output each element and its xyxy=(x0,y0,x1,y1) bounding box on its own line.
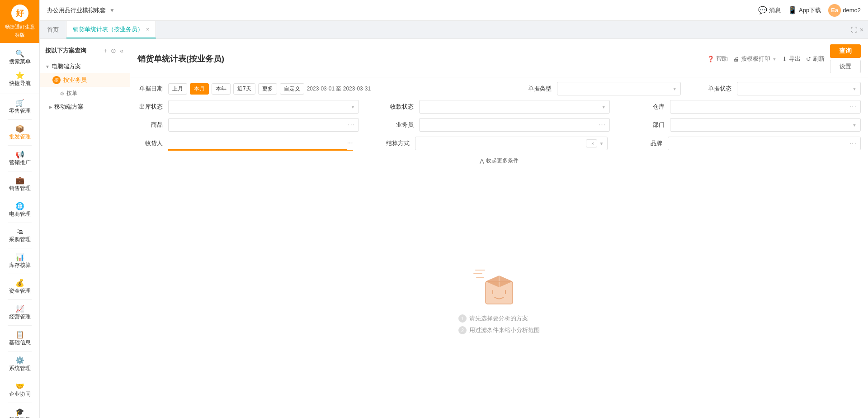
sidebar-search-section: 🔍 搜索菜单 ⭐ 快捷导航 xyxy=(0,43,39,94)
tree-grandchild-by-order[interactable]: ⚙ 按单 xyxy=(40,87,130,100)
filter-area: 单据日期 上月 本月 本年 近7天 更多 自定义 2023-03-01 至 20… xyxy=(130,77,868,173)
doc-status-label: 单据状态 xyxy=(706,85,731,93)
help-icon: ❓ xyxy=(707,56,714,62)
tab-home[interactable]: 首页 xyxy=(40,21,66,38)
date-range-text: 2023-03-01 至 2023-03-31 xyxy=(307,85,371,93)
date-btn-custom[interactable]: 自定义 xyxy=(280,83,304,95)
topbar-user[interactable]: Ea demo2 xyxy=(828,4,861,17)
filter-row-4: 收货人 ··· 结算方式 × ▼ xyxy=(137,136,861,151)
receiver-label: 收货人 xyxy=(137,139,163,147)
edit-scheme-icon[interactable]: ⊙ xyxy=(110,46,117,55)
sidebar-item-purchase[interactable]: 🛍 采购管理 xyxy=(0,224,39,247)
sidebar-search-menu[interactable]: 🔍 搜索菜单 xyxy=(3,47,37,68)
doc-type-label: 单据类型 xyxy=(526,85,552,93)
sidebar-item-sales[interactable]: 💼 销售管理 xyxy=(0,172,39,196)
topbar-title: 办公用品行业模拟账套 xyxy=(47,6,106,14)
sidebar-item-retail[interactable]: 🛒 零售管理 xyxy=(0,95,39,119)
doc-status-arrow-icon: ▼ xyxy=(852,86,857,91)
refresh-btn[interactable]: ↺ 刷新 xyxy=(806,55,825,63)
sidebar-item-base-info[interactable]: 📋 基础信息 xyxy=(0,327,39,350)
date-btn-last-month[interactable]: 上月 xyxy=(168,83,187,95)
tab-active[interactable]: 销货单统计表（按业务员） × xyxy=(66,21,156,38)
warehouse-select[interactable]: ··· xyxy=(670,100,861,114)
empty-tips: 1 请先选择要分析的方案 2 用过滤条件来缩小分析范围 xyxy=(458,314,540,334)
tab-maximize-icon[interactable]: ⛶ xyxy=(851,26,857,33)
left-panel-icons: + ⊙ « xyxy=(103,46,124,55)
empty-tip-2: 2 用过滤条件来缩小分析范围 xyxy=(458,326,540,334)
settle-arrow-icon: ▼ xyxy=(599,141,604,146)
doc-type-select[interactable]: ▼ xyxy=(557,82,681,95)
logo-sub: 标版 xyxy=(15,32,25,38)
date-btn-more[interactable]: 更多 xyxy=(258,83,277,95)
tab-close-window-icon[interactable]: × xyxy=(860,26,863,33)
sidebar: 好 畅捷通好生意 标版 🔍 搜索菜单 ⭐ 快捷导航 🛒 零售管理 📦 批发管理 … xyxy=(0,0,40,418)
sidebar-logo[interactable]: 好 畅捷通好生意 标版 xyxy=(0,0,39,43)
tree-section: ▼ 电脑端方案 按 按业务员 ⚙ 按单 ▶ 移动端方案 xyxy=(40,58,130,115)
tab-close-btn[interactable]: × xyxy=(146,26,149,33)
sidebar-item-ecommerce[interactable]: 🌐 电商管理 xyxy=(0,198,39,222)
brand-dots-icon: ··· xyxy=(849,139,857,147)
collapse-bar[interactable]: ⋀ 收起更多条件 xyxy=(137,155,861,168)
help-btn[interactable]: ❓ 帮助 xyxy=(707,55,728,63)
main-area: 办公用品行业模拟账套 ▼ 💬 消息 📱 App下载 Ea demo2 首页 xyxy=(40,0,868,418)
query-button[interactable]: 查询 xyxy=(830,44,861,58)
tip-num-2: 2 xyxy=(458,326,467,334)
topbar-app-download[interactable]: 📱 App下载 xyxy=(788,6,821,14)
salesperson-select[interactable]: ··· xyxy=(419,118,610,132)
add-scheme-icon[interactable]: + xyxy=(103,46,108,55)
tree-mobile-section[interactable]: ▶ 移动端方案 xyxy=(40,100,130,114)
print-icon: 🖨 xyxy=(733,56,739,62)
sidebar-item-inventory[interactable]: 📊 库存核算 xyxy=(0,249,39,273)
sidebar-nav-items: 🛒 零售管理 📦 批发管理 📢 营销推广 💼 销售管理 🌐 电商管理 🛍 采购管… xyxy=(0,94,39,418)
sidebar-item-operation[interactable]: 📈 经营管理 xyxy=(0,301,39,324)
download-icon: 📱 xyxy=(788,6,797,14)
brand-label: 品牌 xyxy=(637,139,662,147)
out-status-arrow-icon: ▼ xyxy=(350,104,355,109)
filter-row-2: 出库状态 ▼ 收款状态 ▼ 仓库 ··· xyxy=(137,100,861,114)
setting-button[interactable]: 设置 xyxy=(830,60,861,73)
sidebar-item-marketing[interactable]: 📢 营销推广 xyxy=(0,147,39,170)
product-select[interactable]: ··· xyxy=(168,118,359,132)
sidebar-item-wholesale[interactable]: 📦 批发管理 xyxy=(0,121,39,144)
date-btn-this-year[interactable]: 本年 xyxy=(212,83,231,95)
topbar: 办公用品行业模拟账套 ▼ 💬 消息 📱 App下载 Ea demo2 xyxy=(40,0,868,21)
date-btn-last7[interactable]: 近7天 xyxy=(233,83,255,95)
collapse-panel-icon[interactable]: « xyxy=(119,46,124,55)
logo-text: 畅捷通好生意 xyxy=(5,24,35,30)
product-label: 商品 xyxy=(137,121,163,129)
sidebar-quick-nav[interactable]: ⭐ 快捷导航 xyxy=(3,68,37,90)
tree-child-by-salesperson[interactable]: 按 按业务员 xyxy=(40,73,130,87)
topbar-dropdown-icon[interactable]: ▼ xyxy=(109,7,115,14)
refresh-icon: ↺ xyxy=(806,56,811,62)
left-panel: 按以下方案查询 + ⊙ « ▼ 电脑端方案 按 按业务员 ⚙ 按 xyxy=(40,39,130,418)
page-header: 销货单统计表(按业务员) ❓ 帮助 🖨 按模板打印 ▼ ⬇ 导出 xyxy=(130,39,868,77)
topbar-left: 办公用品行业模拟账套 ▼ xyxy=(47,6,115,14)
doc-status-select[interactable]: ▼ xyxy=(737,82,861,95)
settle-tag-close[interactable]: × xyxy=(591,141,594,146)
content-area: 按以下方案查询 + ⊙ « ▼ 电脑端方案 按 按业务员 ⚙ 按 xyxy=(40,39,868,418)
export-btn[interactable]: ⬇ 导出 xyxy=(782,55,801,63)
sidebar-item-enterprise[interactable]: 🤝 企业协同 xyxy=(0,378,39,402)
child-icon: 按 xyxy=(52,76,61,84)
product-dots-icon: ··· xyxy=(348,121,355,129)
topbar-messages[interactable]: 💬 消息 xyxy=(758,6,781,14)
tree-desktop-section[interactable]: ▼ 电脑端方案 xyxy=(40,60,130,73)
sidebar-item-newbie[interactable]: 🎓 新手引导 xyxy=(0,404,39,418)
print-btn[interactable]: 🖨 按模板打印 ▼ xyxy=(733,55,777,63)
receipt-status-select[interactable]: ▼ xyxy=(419,100,610,114)
dept-label: 部门 xyxy=(639,121,665,129)
settle-tag: × xyxy=(586,139,597,147)
out-status-select[interactable]: ▼ xyxy=(168,100,359,114)
settle-select[interactable]: × ▼ xyxy=(415,137,608,150)
brand-select[interactable]: ··· xyxy=(668,137,861,150)
sidebar-item-system[interactable]: ⚙️ 系统管理 xyxy=(0,352,39,376)
collapse-arrow-icon: ⋀ xyxy=(480,158,484,164)
dept-select[interactable]: ▼ xyxy=(670,118,861,132)
print-dropdown-icon[interactable]: ▼ xyxy=(772,57,777,62)
salesperson-dots-icon: ··· xyxy=(599,121,606,129)
sidebar-item-finance[interactable]: 💰 资金管理 xyxy=(0,275,39,299)
date-btn-this-month[interactable]: 本月 xyxy=(190,83,209,95)
receiver-input[interactable] xyxy=(168,136,347,150)
page-actions: ❓ 帮助 🖨 按模板打印 ▼ ⬇ 导出 ↺ 刷新 xyxy=(707,44,861,73)
export-icon: ⬇ xyxy=(782,56,787,62)
